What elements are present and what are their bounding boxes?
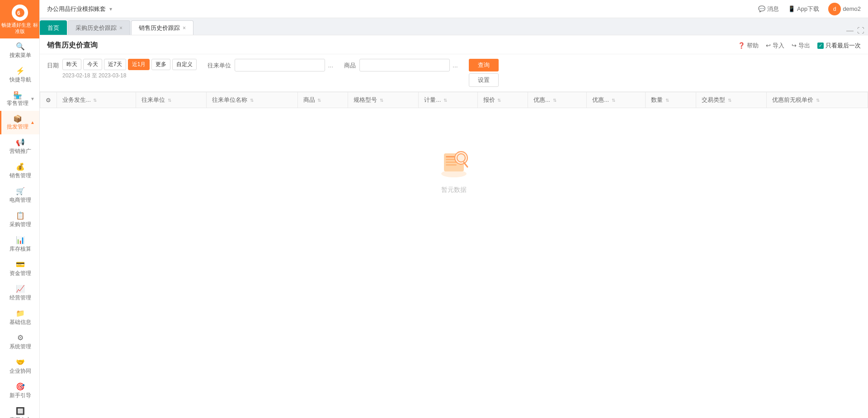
search-icon: 🔍 [16,42,25,51]
col-spec[interactable]: 规格型号 ⇅ [348,92,419,108]
tab-purchase-history[interactable]: 采购历史价跟踪 × [68,20,130,35]
sidebar-item-ecommerce[interactable]: 🛒 电商管理 [0,183,39,208]
help-action[interactable]: ❓ 帮助 [738,42,759,50]
sidebar-item-system[interactable]: ⚙ 系统管理 [0,330,39,354]
partner-input-group: ... [235,59,333,71]
export-action[interactable]: ↪ 导出 [792,42,810,50]
sidebar-item-wholesale[interactable]: 📦 批发管理 ▲ [0,111,39,134]
sidebar-item-operation[interactable]: 📈 经营管理 [0,281,39,305]
home-tab-label: 首页 [47,24,59,32]
query-button[interactable]: 查询 [469,59,499,71]
import-action[interactable]: ↩ 导入 [766,42,784,50]
data-table: ⚙ 业务发生... ⇅ 往来单位 ⇅ 往来单位名称 ⇅ [40,92,868,230]
sidebar-item-guide[interactable]: 🎯 新手引导 [0,379,39,403]
col-pretax-price[interactable]: 优惠前无税单价 ⇅ [767,92,868,108]
export-label: 导出 [798,42,810,50]
date-buttons: 昨天 今天 近7天 近1月 更多 自定义 [62,59,197,70]
tab2-close-icon[interactable]: × [183,25,186,31]
goods-input[interactable] [359,59,450,71]
yesterday-btn[interactable]: 昨天 [62,59,81,70]
tabbar: 首页 采购历史价跟踪 × 销售历史价跟踪 × — ⛶ [40,18,868,35]
wholesale-icon: 📦 [13,114,22,123]
tab1-close-icon[interactable]: × [119,25,123,31]
sidebar-item-marketing[interactable]: 📢 营销推广 [0,134,39,159]
topbar-dropdown-icon[interactable]: ▾ [109,6,112,12]
app-logo: 6 畅捷通好生意 标准版 [0,0,39,38]
sidebar-item-purchase[interactable]: 📋 采购管理 [0,208,39,232]
page-content: 销售历史价查询 ❓ 帮助 ↩ 导入 ↪ 导出 只看最后一次 [40,35,868,418]
sort-unit: ⇅ [443,98,447,103]
maximize-icon[interactable]: ⛶ [857,27,864,35]
app-download-action[interactable]: 📱 App下载 [788,5,819,13]
logo-text: 畅捷通好生意 标准版 [0,22,39,35]
svg-text:6: 6 [17,10,20,16]
partner-filter-group: 往来单位 ... [208,59,333,71]
sort-biz-date: ⇅ [93,98,97,103]
minimize-icon[interactable]: — [846,27,854,35]
topbar-title: 办公用品行业模拟账套 [47,5,106,13]
last-only-checkbox-label[interactable]: 只看最后一次 [817,42,861,50]
col-biz-date[interactable]: 业务发生... ⇅ [57,92,136,108]
user-action[interactable]: d demo2 [828,3,861,15]
sidebar-item-sales[interactable]: 💰 销售管理 [0,159,39,183]
wholesale-arrow: ▲ [30,120,35,125]
sort-pretax-price: ⇅ [816,98,820,103]
partner-label: 往来单位 [208,59,231,70]
svg-rect-7 [446,164,457,166]
1month-btn[interactable]: 近1月 [128,59,150,70]
sidebar-item-quick-nav[interactable]: ⚡ 快捷导航 [0,63,39,87]
col-partner-name[interactable]: 往来单位名称 ⇅ [207,92,297,108]
app-download-label: App下载 [797,5,819,13]
purchase-icon: 📋 [16,211,25,220]
settings-button[interactable]: 设置 [469,73,499,87]
col-gear[interactable]: ⚙ [40,92,57,108]
messages-action[interactable]: 💬 消息 [758,5,779,13]
partner-input[interactable] [235,59,325,71]
sidebar-item-retail[interactable]: 🏪 零售管理 ▼ [0,87,39,111]
message-icon: 💬 [758,5,765,12]
basic-icon: 📁 [16,309,25,318]
tab-sales-history[interactable]: 销售历史价跟踪 × [131,20,193,35]
main-area: 办公用品行业模拟账套 ▾ 💬 消息 📱 App下载 d demo2 首页 采购历… [40,0,868,418]
retail-icon: 🏪 [13,91,22,100]
sidebar-item-basic[interactable]: 📁 基础信息 [0,305,39,330]
topbar-right: 💬 消息 📱 App下载 d demo2 [758,3,861,15]
col-partner-code[interactable]: 往来单位 ⇅ [136,92,207,108]
more-btn[interactable]: 更多 [151,59,170,70]
help-label: 帮助 [747,42,759,50]
export-icon: ↪ [792,42,797,49]
last-only-label: 只看最后一次 [826,42,861,50]
user-label: demo2 [843,5,861,12]
sort-goods: ⇅ [317,98,321,103]
sidebar-item-inventory[interactable]: 📊 库存核算 [0,232,39,256]
sort-quote: ⇅ [497,98,501,103]
col-quote[interactable]: 报价 ⇅ [477,92,528,108]
enterprise-icon: 🤝 [16,358,25,366]
col-goods[interactable]: 商品 ⇅ [297,92,348,108]
col-discount1[interactable]: 优惠... ⇅ [528,92,587,108]
7days-btn[interactable]: 近7天 [104,59,126,70]
col-discount2[interactable]: 优惠... ⇅ [587,92,646,108]
download-icon: 📱 [788,5,795,12]
col-qty[interactable]: 数量 ⇅ [646,92,696,108]
window-controls: — ⛶ [846,27,868,35]
partner-dots[interactable]: ... [328,62,333,69]
sidebar-item-search[interactable]: 🔍 搜索菜单 [0,38,39,63]
lightning-icon: ⚡ [16,66,25,75]
last-only-checkbox[interactable] [817,43,824,49]
custom-btn[interactable]: 自定义 [172,59,197,70]
sidebar-item-enterprise[interactable]: 🤝 企业协同 [0,354,39,379]
sidebar-item-app-center[interactable]: 🔲 应用中心 [0,403,39,418]
col-trade-type[interactable]: 交易类型 ⇅ [696,92,766,108]
sidebar-item-finance[interactable]: 💳 资金管理 [0,256,39,281]
col-unit[interactable]: 计量... ⇅ [419,92,477,108]
sidebar: 6 畅捷通好生意 标准版 🔍 搜索菜单 ⚡ 快捷导航 🏪 零售管理 ▼ 📦 批发… [0,0,40,418]
import-label: 导入 [773,42,784,50]
today-btn[interactable]: 今天 [83,59,102,70]
finance-icon: 💳 [16,260,25,269]
svg-rect-4 [446,156,455,157]
svg-line-10 [464,162,467,167]
date-filter: 昨天 今天 近7天 近1月 更多 自定义 2023-02-18 至 2023-0… [62,59,197,80]
goods-dots[interactable]: ... [453,62,458,69]
tab-home[interactable]: 首页 [40,20,67,35]
